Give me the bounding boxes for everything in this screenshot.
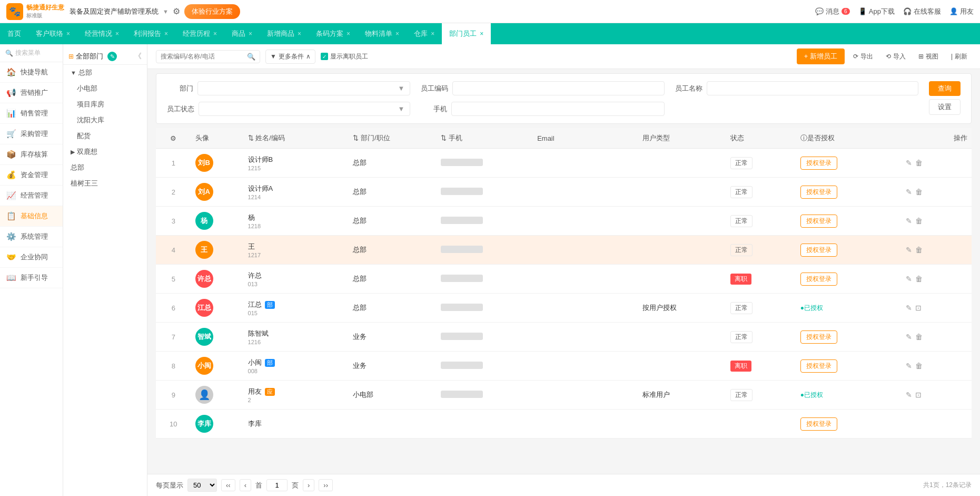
auth-login-button[interactable]: 授权登录: [800, 215, 837, 228]
online-service-button[interactable]: 🎧 在线客服: [903, 7, 941, 16]
tab-barcode[interactable]: 条码方案 ×: [309, 23, 358, 44]
tab-add-goods[interactable]: 新增商品 ×: [260, 23, 309, 44]
auth-login-button[interactable]: 授权登录: [800, 359, 837, 373]
edit-icon[interactable]: ✎: [906, 391, 912, 399]
close-icon[interactable]: ×: [347, 30, 350, 37]
delete-icon[interactable]: 🗑: [915, 188, 923, 196]
reset-button[interactable]: 设置: [929, 99, 961, 115]
sidebar-item-operation[interactable]: 📈 经营管理: [0, 186, 63, 206]
dept-item-headquarter-root[interactable]: ▼ 总部: [63, 65, 147, 81]
sidebar-item-finance[interactable]: 💰 资金管理: [0, 165, 63, 186]
tab-goods[interactable]: 商品 ×: [224, 23, 260, 44]
dept-item-zhishu[interactable]: 植树王三: [63, 176, 147, 191]
edit-dept-icon[interactable]: ✎: [107, 52, 117, 61]
current-page-input[interactable]: [266, 479, 288, 491]
th-dept[interactable]: ⇅ 部门/职位: [349, 128, 437, 149]
edit-icon[interactable]: ✎: [906, 275, 912, 283]
close-icon[interactable]: ×: [431, 30, 434, 37]
dept-filter-select[interactable]: ▼: [197, 81, 410, 95]
dept-item-project-warehouse[interactable]: 项目库房: [63, 96, 147, 112]
query-button[interactable]: 查询: [929, 81, 961, 96]
first-page-button[interactable]: ‹‹: [221, 479, 235, 491]
edit-icon[interactable]: ✎: [906, 333, 912, 341]
add-employee-button[interactable]: + 新增员工: [797, 48, 845, 64]
sidebar-item-collab[interactable]: 🤝 企业协同: [0, 247, 63, 268]
sidebar-item-marketing[interactable]: 📢 营销推广: [0, 83, 63, 103]
sidebar-item-shortcut[interactable]: 🏠 快捷导航: [0, 62, 63, 83]
sidebar-item-system[interactable]: ⚙️ 系统管理: [0, 227, 63, 247]
close-icon[interactable]: ×: [66, 30, 70, 37]
edit-icon[interactable]: ✎: [906, 362, 912, 370]
th-settings[interactable]: ⚙: [156, 128, 191, 149]
edit-icon[interactable]: ✎: [906, 217, 912, 225]
dropdown-arrow-icon[interactable]: ▼: [163, 8, 169, 15]
tab-home[interactable]: 首页: [0, 23, 28, 44]
search-box[interactable]: 🔍: [156, 50, 260, 63]
app-download-button[interactable]: 📱 App下载: [858, 7, 895, 16]
close-icon[interactable]: ×: [480, 30, 483, 37]
user-menu[interactable]: 👤 用友: [949, 7, 974, 16]
auth-login-button[interactable]: 授权登录: [800, 417, 837, 431]
auth-login-button[interactable]: 授权登录: [800, 157, 837, 170]
dept-item-small-electric[interactable]: 小电部: [63, 81, 147, 96]
trial-button[interactable]: 体验行业方案: [184, 4, 240, 19]
collapse-icon[interactable]: 《: [134, 52, 142, 61]
more-filter-button[interactable]: ▼ 更多条件 ∧: [265, 50, 315, 64]
tab-profit[interactable]: 利润报告 ×: [126, 23, 175, 44]
dept-item-headquarter2[interactable]: 总部: [63, 160, 147, 176]
delete-icon[interactable]: 🗑: [915, 246, 923, 254]
dept-item-shuanglu[interactable]: ▶ 双鹿想: [63, 144, 147, 160]
prev-page-button[interactable]: ‹: [240, 479, 251, 491]
import-button[interactable]: ⟲ 导入: [882, 50, 910, 63]
auth-login-button[interactable]: 授权登录: [800, 186, 837, 199]
views-button[interactable]: ⊞ 视图: [914, 50, 943, 63]
close-icon[interactable]: ×: [115, 30, 119, 37]
edit-icon[interactable]: ✎: [906, 246, 912, 254]
print-button[interactable]: | 刷新: [947, 50, 972, 63]
search-input[interactable]: [161, 53, 245, 60]
close-icon[interactable]: ×: [249, 30, 252, 37]
sidebar-item-sales[interactable]: 📊 销售管理: [0, 103, 63, 124]
close-icon[interactable]: ×: [213, 30, 217, 37]
th-phone[interactable]: ⇅ 手机: [437, 128, 533, 149]
edit-icon[interactable]: ✎: [906, 304, 912, 312]
tab-department-staff[interactable]: 部门员工 ×: [442, 23, 491, 44]
show-resign-toggle[interactable]: ✓ 显示离职员工: [321, 52, 368, 61]
copy-icon[interactable]: ⊡: [915, 304, 922, 312]
export-button[interactable]: ⟳ 导出: [849, 50, 877, 63]
tab-warehouse[interactable]: 仓库 ×: [407, 23, 442, 44]
sidebar-item-guide[interactable]: 📖 新手引导: [0, 268, 63, 288]
close-icon[interactable]: ×: [395, 30, 399, 37]
next-page-button[interactable]: ›: [303, 479, 314, 491]
tab-bom[interactable]: 物料清单 ×: [358, 23, 407, 44]
tab-business[interactable]: 经营情况 ×: [77, 23, 126, 44]
close-icon[interactable]: ×: [164, 30, 168, 37]
emp-status-select[interactable]: ▼: [199, 102, 410, 116]
tab-history[interactable]: 经营历程 ×: [175, 23, 224, 44]
tab-customer[interactable]: 客户联络 ×: [28, 23, 77, 44]
delete-icon[interactable]: 🗑: [915, 333, 923, 341]
sidebar-search[interactable]: 🔍 搜索菜单: [0, 44, 63, 62]
settings-icon[interactable]: ⚙: [173, 6, 180, 16]
close-icon[interactable]: ×: [298, 30, 301, 37]
emp-name-input[interactable]: [707, 81, 918, 95]
copy-icon[interactable]: ⊡: [915, 391, 922, 399]
delete-icon[interactable]: 🗑: [915, 159, 923, 167]
auth-login-button[interactable]: 授权登录: [800, 330, 837, 344]
delete-icon[interactable]: 🗑: [915, 275, 923, 283]
per-page-select[interactable]: 50 20 100: [187, 479, 217, 492]
sidebar-item-inventory[interactable]: 📦 库存核算: [0, 144, 63, 165]
edit-icon[interactable]: ✎: [906, 188, 912, 196]
edit-icon[interactable]: ✎: [906, 159, 912, 167]
sidebar-item-basic-info[interactable]: 📋 基础信息: [0, 206, 63, 227]
delete-icon[interactable]: 🗑: [915, 362, 923, 370]
last-page-button[interactable]: ››: [319, 479, 333, 491]
auth-login-button[interactable]: 授权登录: [800, 244, 837, 257]
auth-login-button[interactable]: 授权登录: [800, 273, 837, 286]
th-name[interactable]: ⇅ 姓名/编码: [244, 128, 349, 149]
dept-item-shenyang[interactable]: 沈阳大库: [63, 112, 147, 128]
message-button[interactable]: 💬 消息 6: [815, 7, 850, 16]
dept-item-distribution[interactable]: 配货: [63, 128, 147, 144]
phone-input[interactable]: [451, 102, 664, 116]
delete-icon[interactable]: 🗑: [915, 217, 923, 225]
